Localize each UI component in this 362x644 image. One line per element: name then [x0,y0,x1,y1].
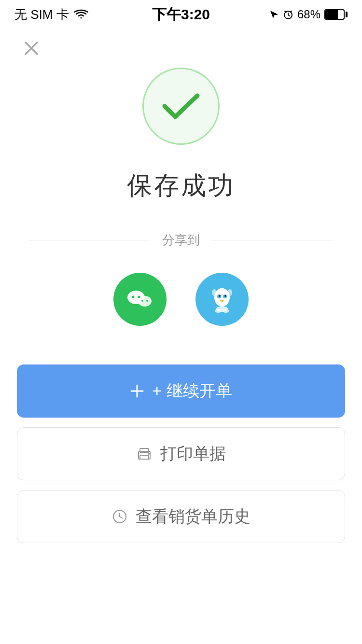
divider-line-left [29,240,151,240]
svg-point-13 [214,288,230,307]
success-circle [142,68,220,145]
svg-rect-27 [140,455,149,459]
print-button[interactable]: 打印单据 [17,427,345,480]
check-icon [162,92,200,121]
qq-icon [207,284,238,315]
svg-point-10 [138,295,140,298]
svg-point-16 [219,295,221,297]
status-right: 68% [269,8,348,21]
battery-text: 68% [297,8,320,21]
success-title: 保存成功 [127,169,235,203]
close-button[interactable] [19,36,43,60]
svg-point-12 [146,300,148,302]
close-icon [23,40,40,57]
alarm-icon [283,9,293,20]
svg-point-20 [223,309,229,313]
svg-point-21 [212,289,217,296]
svg-point-19 [215,309,222,313]
main-content: 保存成功 分享到 [0,29,362,543]
carrier-text: 无 SIM 卡 [14,6,69,23]
svg-point-9 [132,295,134,298]
share-icons [113,273,249,326]
location-icon [269,10,279,19]
action-buttons: + 继续开单 打印单据 查看销货单历史 [17,364,345,543]
svg-point-22 [227,289,232,296]
print-icon [136,446,153,462]
share-divider: 分享到 [0,232,362,249]
status-time: 下午3:20 [152,5,210,25]
divider-line-right [211,240,333,240]
wifi-icon [74,9,88,20]
status-left: 无 SIM 卡 [14,6,88,23]
svg-point-28 [148,453,150,455]
wechat-icon [125,284,156,315]
battery-icon [324,9,348,20]
continue-button[interactable]: + 继续开单 [17,364,345,418]
continue-label: + 继续开单 [152,380,232,402]
svg-point-17 [224,295,226,297]
svg-point-11 [141,300,143,302]
svg-line-31 [120,517,122,518]
history-label: 查看销货单历史 [136,505,251,528]
qq-share-button[interactable] [195,273,249,326]
share-label: 分享到 [151,232,211,249]
print-label: 打印单据 [160,443,226,465]
svg-point-8 [138,296,152,307]
history-button[interactable]: 查看销货单历史 [17,490,345,543]
plus-icon [130,384,144,398]
wechat-share-button[interactable] [113,273,167,326]
history-icon [111,508,128,525]
status-bar: 无 SIM 卡 下午3:20 68% [0,0,362,29]
svg-line-2 [288,15,290,16]
